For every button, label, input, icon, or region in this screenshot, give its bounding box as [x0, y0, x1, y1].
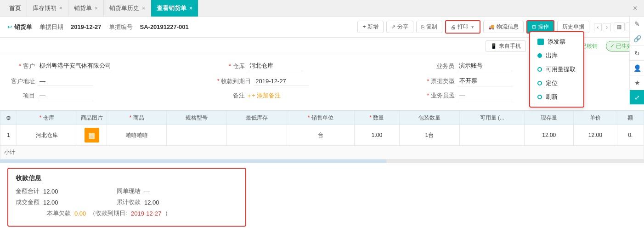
horizontal-scrollbar[interactable] — [0, 160, 644, 163]
dropdown-locate[interactable]: 定位 — [530, 76, 583, 90]
dropdown-outbound[interactable]: 出库 — [530, 49, 583, 63]
dropdown-refresh[interactable]: 刷新 — [530, 90, 583, 104]
tab-bar: 首页 库存期初 × 销货单 × 销货单历史 × 查看销货单 × × — [0, 0, 644, 17]
address-value: — — [38, 77, 93, 86]
operations-dropdown: 添发票 出库 可用量提取 定位 刷新 — [529, 31, 584, 108]
project-label: 项目 — [7, 91, 35, 100]
new-button[interactable]: + 新增 — [357, 21, 383, 33]
tab-inventory-init-close[interactable]: × — [59, 5, 62, 11]
cell-product: 嘻嘻嘻嘻 — [107, 125, 167, 146]
layout-table[interactable]: ▦ — [614, 23, 625, 31]
subtotal-label: 小计 — [0, 146, 644, 160]
share-button[interactable]: ↗ 分享 — [386, 21, 413, 33]
right-icon-refresh[interactable]: ↻ — [630, 46, 644, 61]
copy-button[interactable]: ⎘ 复制 — [416, 21, 442, 33]
right-icon-star[interactable]: ★ — [630, 75, 644, 90]
address-field: 客户地址 — — [7, 77, 217, 86]
col-amount: 额 — [617, 111, 644, 125]
cell-available — [459, 125, 524, 146]
cell-unit: 台 — [287, 125, 354, 146]
deal-amount-value: 12.00 — [43, 199, 58, 206]
col-product-img: 商品图片 — [77, 111, 107, 125]
col-min-stock: 最低库存 — [227, 111, 287, 125]
balance-value: 0.00 — [74, 210, 86, 217]
note-label: 备注 — [217, 91, 245, 100]
right-icon-panel: ✎ 🔗 ↻ 👤 ★ ⤢ — [629, 17, 644, 105]
warehouse-field: 仓库 河北仓库 — [217, 61, 427, 71]
nav-prev[interactable]: ‹ — [594, 23, 602, 31]
due-date-label: 收款到期日 — [217, 77, 251, 85]
payment-info-box: 收款信息 金额合计 12.00 同单现结 — 成交金额 12.00 累计收款 1… — [7, 168, 246, 227]
right-icon-expand[interactable]: ⤢ — [630, 90, 644, 105]
add-invoice-icon — [537, 39, 544, 45]
doc-type-icon: ↩ 销货单 — [7, 23, 32, 31]
address-label: 客户地址 — [7, 77, 35, 85]
cell-amount: 0. — [617, 125, 644, 146]
payment-row-3: 本单欠款 0.00 （收款到期日: 2019-12-27 ） — [16, 209, 238, 217]
project-value: — — [38, 91, 93, 100]
window-close-button[interactable]: × — [630, 3, 640, 13]
logistics-button[interactable]: 🚚 物流信息 — [483, 21, 524, 33]
customer-label: 客户 — [7, 62, 35, 70]
salesperson-value: — — [458, 91, 513, 100]
ticket-type-label: 票据类型 — [427, 77, 455, 85]
customer-field: 客户 柳州粤港平安气体有限公司 — [7, 61, 217, 71]
ticket-type-value: 不开票 — [458, 76, 513, 86]
cell-no: 1 — [0, 125, 17, 146]
payment-row-2: 成交金额 12.00 累计收款 12.00 — [16, 198, 238, 206]
col-quantity: * 数量 — [354, 111, 400, 125]
cell-quantity: 1.00 — [354, 125, 400, 146]
payment-total-value: 12.00 — [43, 188, 58, 195]
print-button[interactable]: 🖨 打印 ▼ — [445, 20, 480, 34]
doc-number-label: 单据编号 — [109, 23, 133, 31]
doc-date-value: 2019-12-27 — [71, 23, 102, 30]
col-unit-price: 单价 — [574, 111, 617, 125]
doc-date-label: 单据日期 — [40, 23, 63, 31]
col-spec: 规格型号 — [167, 111, 227, 125]
payment-total: 金额合计 12.00 — [16, 187, 98, 195]
col-stock: 现存量 — [525, 111, 574, 125]
cumulative-label: 累计收款 — [117, 198, 141, 206]
due-date-field: 收款到期日 2019-12-27 — [217, 77, 427, 86]
tab-sales-order-history-close[interactable]: × — [142, 5, 145, 11]
product-image: ▦ — [85, 128, 99, 142]
doc-number-value: SA-20191227-001 — [140, 23, 189, 30]
cell-warehouse: 河北仓库 — [17, 125, 77, 146]
table-header-row: ⚙ * 仓库 商品图片 * 商品 规格型号 最低库存 * 销售单位 * 数量 包… — [0, 111, 644, 125]
balance-label: 本单欠款 — [47, 209, 71, 217]
cell-spec — [167, 125, 227, 146]
tab-view-sales-order-close[interactable]: × — [189, 5, 192, 11]
doc-meta: 单据日期 2019-12-27 单据编号 SA-20191227-001 — [40, 23, 189, 31]
tab-inventory-init[interactable]: 库存期初 × — [27, 0, 68, 17]
dropdown-add-invoice[interactable]: 添发票 — [530, 35, 583, 49]
col-warehouse: * 仓库 — [17, 111, 77, 125]
col-unit: * 销售单位 — [287, 111, 354, 125]
refresh-icon — [537, 95, 542, 99]
cell-min-stock — [227, 125, 287, 146]
right-icon-edit[interactable]: ✎ — [630, 17, 644, 31]
same-order-settle-label: 同单现结 — [117, 187, 141, 195]
tab-sales-order-history[interactable]: 销货单历史 × — [104, 0, 151, 17]
table-row: 1 河北仓库 ▦ 嘻嘻嘻嘻 台 1.00 1台 12.00 12.00 0. — [0, 125, 644, 146]
outbound-icon — [537, 53, 542, 58]
dropdown-available-extract[interactable]: 可用量提取 — [530, 63, 583, 76]
tab-sales-order-close[interactable]: × — [95, 5, 98, 11]
col-available: 可用量 (... — [459, 111, 524, 125]
tab-home[interactable]: 首页 — [4, 0, 27, 17]
right-icon-user[interactable]: 👤 — [630, 61, 644, 75]
col-settings[interactable]: ⚙ — [0, 111, 17, 125]
nav-arrows: ‹ › — [594, 23, 611, 31]
data-table: ⚙ * 仓库 商品图片 * 商品 规格型号 最低库存 * 销售单位 * 数量 包… — [0, 111, 644, 160]
add-note-button[interactable]: + + 添加备注 — [248, 91, 281, 100]
note-field: 备注 + + 添加备注 — [217, 91, 427, 100]
nav-next[interactable]: › — [603, 23, 611, 31]
warehouse-label: 仓库 — [217, 62, 245, 70]
balance-date: 2019-12-27 — [131, 210, 162, 217]
tab-view-sales-order[interactable]: 查看销货单 × — [151, 0, 198, 17]
from-phone-button[interactable]: 📱 来自手机 — [486, 40, 526, 52]
tab-sales-order[interactable]: 销货单 × — [68, 0, 104, 17]
right-icon-link[interactable]: 🔗 — [630, 31, 644, 46]
due-date-value: 2019-12-27 — [254, 77, 309, 86]
col-pack-qty: 包装数量 — [400, 111, 460, 125]
payment-total-label: 金额合计 — [16, 187, 40, 195]
